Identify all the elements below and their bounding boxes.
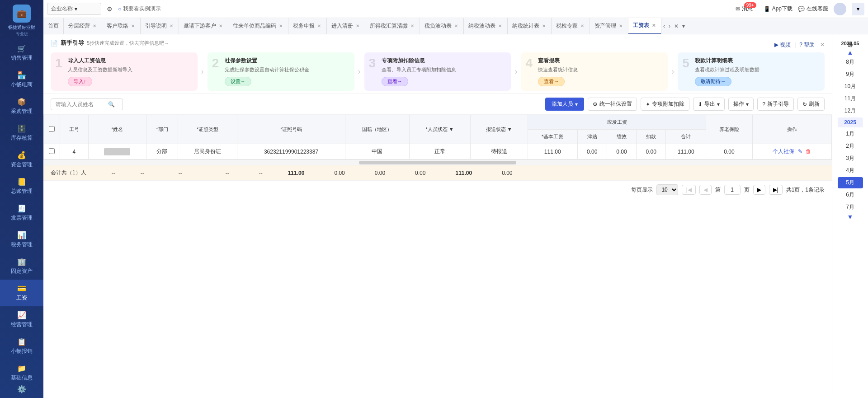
month-item-7[interactable]: 7月 bbox=[838, 201, 863, 213]
month-item-3[interactable]: 3月 bbox=[838, 153, 863, 164]
sidebar-item-basic[interactable]: 📁 基础信息 bbox=[0, 360, 43, 380]
new-guide-button[interactable]: ? 新手引导 bbox=[757, 98, 794, 111]
month-year-2025[interactable]: 2025 bbox=[838, 117, 863, 127]
per-page-select[interactable]: 10 20 50 bbox=[656, 184, 678, 195]
tab-wage-close[interactable]: ✕ bbox=[651, 23, 656, 28]
online-service-button[interactable]: 💬 在线客服 bbox=[798, 5, 828, 13]
tab-invite-close[interactable]: ✕ bbox=[218, 23, 223, 29]
month-item-4[interactable]: 4月 bbox=[838, 165, 863, 176]
page-prev-button[interactable]: ◀ bbox=[699, 185, 712, 195]
tab-taxexpert-close[interactable]: ✕ bbox=[580, 23, 585, 29]
export-button[interactable]: ⬇ 导出 ▾ bbox=[693, 98, 725, 111]
tab-taxexpert[interactable]: 税检专家 ✕ bbox=[552, 18, 590, 34]
month-nav-up[interactable]: ▲ bbox=[847, 49, 854, 56]
sidebar-item-finance[interactable]: 💰 资金管理 bbox=[0, 146, 43, 173]
step3-button[interactable]: 查看→ bbox=[382, 77, 408, 86]
month-item-9[interactable]: 9月 bbox=[838, 69, 863, 80]
page-next-button[interactable]: ▶ bbox=[753, 185, 765, 195]
tab-taxcount-close[interactable]: ✕ bbox=[541, 23, 547, 29]
tab-goodscode-close[interactable]: ✕ bbox=[278, 23, 283, 29]
report-filter-icon[interactable]: ▼ bbox=[507, 126, 512, 132]
tab-goodscode[interactable]: 往来单位商品编码 ✕ bbox=[228, 18, 288, 34]
sidebar-item-report[interactable]: 📋 小畅报销 bbox=[0, 333, 43, 360]
message-button[interactable]: ✉ 消息 99+ bbox=[736, 5, 753, 13]
sidebar-item-tax[interactable]: 📊 税务管理 bbox=[0, 226, 43, 253]
sidebar-item-sales[interactable]: 🛒 销售管理 bbox=[0, 40, 43, 66]
tab-customer-close[interactable]: ✕ bbox=[130, 23, 136, 29]
user-avatar[interactable] bbox=[834, 3, 846, 15]
tab-assetmgr-close[interactable]: ✕ bbox=[618, 23, 623, 29]
guide-help-button[interactable]: ? 帮助 bbox=[799, 41, 815, 49]
social-setting-button[interactable]: ⚙ 统一社保设置 bbox=[588, 98, 637, 111]
search-icon[interactable]: 🔍 bbox=[108, 101, 115, 108]
sidebar-item-inventory[interactable]: 🗄️ 库存核算 bbox=[0, 120, 43, 146]
tab-taxreport[interactable]: 税务申报 ✕ bbox=[288, 18, 327, 34]
personal-social-link[interactable]: 个人社保 bbox=[773, 148, 794, 155]
step4-button[interactable]: 查看→ bbox=[538, 77, 565, 86]
month-item-6[interactable]: 6月 bbox=[838, 189, 863, 201]
tab-clearbook-close[interactable]: ✕ bbox=[355, 23, 360, 29]
tab-intro[interactable]: 引导说明 ✕ bbox=[141, 18, 179, 34]
step2-button[interactable]: 设置→ bbox=[225, 77, 251, 86]
tab-taxreport-close[interactable]: ✕ bbox=[316, 23, 322, 29]
tab-taxfree[interactable]: 税负波动表 ✕ bbox=[420, 18, 464, 34]
tab-taxcalc-close[interactable]: ✕ bbox=[410, 23, 415, 29]
tab-customer[interactable]: 客户联络 ✕ bbox=[102, 18, 141, 34]
month-item-5[interactable]: 5月 bbox=[838, 177, 863, 188]
month-item-10[interactable]: 10月 bbox=[838, 81, 863, 92]
month-item-1[interactable]: 1月 bbox=[838, 128, 863, 140]
sidebar-item-accounting[interactable]: 📒 总账管理 bbox=[0, 173, 43, 200]
tab-home[interactable]: 首页 bbox=[43, 18, 64, 34]
special-deduction-button[interactable]: ✦ 专项附加扣除 bbox=[641, 98, 689, 111]
tab-nav-prev[interactable]: ‹ bbox=[661, 23, 667, 29]
row-checkbox[interactable] bbox=[49, 148, 55, 154]
demo-button[interactable]: ○ 我要看实例演示 bbox=[118, 5, 161, 13]
tab-nav-next[interactable]: › bbox=[667, 23, 672, 29]
sidebar-item-ecommerce[interactable]: 🏪 小畅电商 bbox=[0, 66, 43, 93]
month-item-2[interactable]: 2月 bbox=[838, 140, 863, 152]
tab-taxcalc[interactable]: 所得税汇算清缴 ✕ bbox=[365, 18, 420, 34]
month-item-12[interactable]: 12月 bbox=[838, 105, 863, 117]
sidebar-item-invoice[interactable]: 🧾 发票管理 bbox=[0, 200, 43, 226]
status-filter-icon[interactable]: ▼ bbox=[449, 126, 454, 132]
page-last-button[interactable]: ▶| bbox=[769, 185, 783, 195]
sidebar-item-fixed[interactable]: 🏢 固定资产 bbox=[0, 253, 43, 280]
tab-taxstat-close[interactable]: ✕ bbox=[497, 23, 503, 29]
page-first-button[interactable]: |◀ bbox=[682, 185, 695, 195]
tab-clearbook[interactable]: 进入清册 ✕ bbox=[327, 18, 365, 34]
search-input[interactable] bbox=[56, 101, 105, 108]
guide-video-button[interactable]: ▶ 视频 bbox=[774, 41, 791, 49]
tab-taxfree-close[interactable]: ✕ bbox=[453, 23, 459, 29]
user-menu-button[interactable]: ▾ bbox=[852, 3, 864, 15]
sidebar-item-operation[interactable]: 📈 经营管理 bbox=[0, 306, 43, 333]
month-item-8[interactable]: 8月 bbox=[838, 56, 863, 68]
action-button[interactable]: 操作 ▾ bbox=[728, 98, 754, 111]
tab-close-all[interactable]: ✕ bbox=[672, 23, 680, 29]
tab-wage[interactable]: 工资表 ✕ bbox=[628, 18, 661, 34]
tab-taxcount[interactable]: 纳税统计表 ✕ bbox=[508, 18, 552, 34]
step1-button[interactable]: 导入↑ bbox=[68, 77, 92, 86]
tab-invite[interactable]: 邀请下游客户 ✕ bbox=[179, 18, 228, 34]
tab-intro-close[interactable]: ✕ bbox=[169, 23, 174, 29]
step5-button[interactable]: 敬请期待→ bbox=[695, 77, 731, 86]
add-person-button[interactable]: 添加人员 ▾ bbox=[545, 98, 584, 111]
app-download-button[interactable]: 📱 App下载 bbox=[764, 5, 793, 13]
row-delete-icon[interactable]: 🗑 bbox=[806, 148, 811, 155]
tab-menu[interactable]: ▾ bbox=[680, 23, 687, 29]
tab-partition[interactable]: 分层经营 ✕ bbox=[64, 18, 102, 34]
select-all-checkbox[interactable] bbox=[49, 126, 55, 132]
tab-assetmgr[interactable]: 资产管理 ✕ bbox=[590, 18, 628, 34]
horizontal-scrollbar[interactable] bbox=[43, 159, 832, 165]
refresh-button[interactable]: ↻ 刷新 bbox=[797, 98, 825, 111]
page-number-input[interactable] bbox=[724, 185, 741, 195]
tab-taxstat[interactable]: 纳税波动表 ✕ bbox=[464, 18, 508, 34]
settings-icon[interactable]: ⚙ bbox=[105, 4, 114, 14]
sidebar-logo[interactable]: 💼 畅捷通好业财 专业版 bbox=[0, 0, 43, 40]
sidebar-item-purchase[interactable]: 📦 采购管理 bbox=[0, 93, 43, 120]
month-item-11[interactable]: 11月 bbox=[838, 93, 863, 104]
month-nav-down[interactable]: ▼ bbox=[847, 213, 854, 220]
company-selector[interactable]: 企业名称 ▾ bbox=[47, 3, 101, 15]
tab-partition-close[interactable]: ✕ bbox=[92, 23, 97, 29]
sidebar-settings-button[interactable]: ⚙️ bbox=[0, 380, 43, 398]
guide-close-button[interactable]: ✕ bbox=[820, 42, 825, 48]
